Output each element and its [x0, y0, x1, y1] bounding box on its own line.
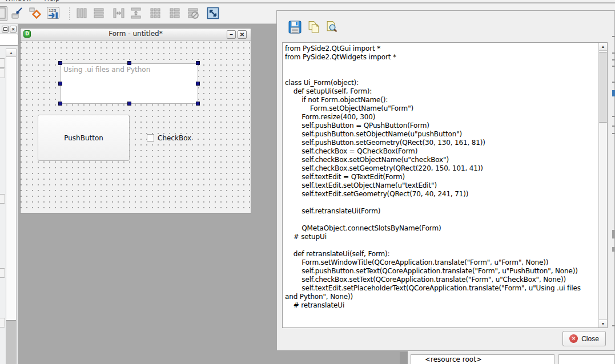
selection-handle-top-left[interactable] [58, 61, 62, 65]
edit-buddies-button[interactable] [28, 6, 43, 21]
layout-vertical-splitter-button [128, 6, 143, 21]
bottom-dock-corner [400, 352, 408, 364]
form-window-titlebar[interactable]: D Form - untitled* – ✕ [21, 29, 251, 41]
scroll-up-icon: ▲ [601, 45, 605, 48]
widget-box-item[interactable] [0, 194, 5, 204]
textedit-placeholder: Using .ui files and Python [63, 66, 150, 74]
layout-vertically-button [91, 6, 106, 21]
scrollbar-thumb[interactable] [599, 52, 607, 123]
resource-list[interactable] [558, 354, 615, 364]
layout-grid-icon [149, 7, 162, 21]
checkbox-label: CheckBox [158, 134, 191, 142]
scroll-down-icon: ▼ [601, 322, 605, 326]
edit-widgets-button[interactable] [0, 6, 7, 21]
widget-box-scrollbar[interactable]: ▲ [6, 48, 17, 364]
form-editor-window: D Form - untitled* – ✕ Using .ui files a… [20, 28, 251, 213]
widget-box-item[interactable] [0, 58, 5, 68]
code-scrollbar[interactable]: ▲ ▼ [598, 43, 607, 327]
layout-form-icon [168, 7, 181, 21]
edit-tab-order-button[interactable]: 123 [46, 6, 61, 21]
layout-grid-button [148, 6, 163, 21]
selection-handle-top-center[interactable] [127, 61, 131, 65]
selection-handle-top-right[interactable] [196, 61, 200, 65]
layout-form-button [167, 6, 182, 21]
qt-designer-window: Window Help 123 [0, 0, 615, 364]
copy-icon [307, 21, 320, 35]
layout-horizontal-icon [75, 7, 88, 21]
menu-help[interactable]: Help [44, 0, 59, 2]
clipped-right-panel [612, 10, 615, 350]
dock-float-button[interactable] [2, 26, 9, 33]
layout-horizontally-button [74, 6, 89, 21]
widget-box-search-input[interactable] [0, 34, 19, 46]
save-icon [288, 21, 302, 35]
selection-handle-bottom-center[interactable] [127, 102, 131, 106]
close-red-x-icon: ✕ [569, 334, 578, 343]
window-minimize-button[interactable]: – [227, 30, 236, 39]
svg-text:123: 123 [49, 8, 57, 13]
selection-handle-bottom-right[interactable] [196, 102, 200, 106]
adjust-size-button[interactable] [206, 6, 220, 21]
resource-browser-dock: <resource root> [408, 351, 615, 364]
form-canvas[interactable]: Using .ui files and Python PushButton Ch… [21, 41, 251, 213]
scroll-down-button[interactable]: ▼ [599, 319, 607, 327]
dock-close-icon: ✕ [11, 27, 15, 32]
signals-slots-icon [11, 7, 23, 21]
minimize-icon: – [230, 31, 233, 38]
close-button-label: Close [581, 335, 599, 343]
tab-order-icon: 123 [46, 6, 60, 22]
find-in-code-button[interactable] [323, 20, 339, 36]
widget-box-dock: ✕ ▲ [0, 24, 18, 364]
window-close-button[interactable]: ✕ [238, 30, 247, 39]
widget-box-item[interactable] [0, 318, 5, 327]
menu-bar: Window Help [0, 0, 615, 3]
widget-box-item[interactable] [0, 268, 5, 278]
form-window-title: Form - untitled* [21, 30, 251, 38]
selection-handle-middle-right[interactable] [196, 82, 200, 86]
pushbutton-widget[interactable]: PushButton [38, 115, 130, 161]
selection-handle-bottom-left[interactable] [58, 102, 62, 106]
code-text-area[interactable]: from PySide2.QtGui import * from PySide2… [282, 42, 608, 328]
scroll-up-button[interactable]: ▲ [599, 43, 607, 51]
resource-tree[interactable]: <resource root> [411, 354, 554, 364]
edit-signals-slots-button[interactable] [10, 6, 25, 21]
break-layout-button [186, 6, 200, 21]
dock-close-button[interactable]: ✕ [10, 26, 17, 33]
scroll-up-button[interactable]: ▲ [6, 49, 16, 57]
break-layout-icon [187, 7, 199, 21]
textedit-widget[interactable]: Using .ui files and Python [61, 63, 198, 104]
save-code-button[interactable] [287, 20, 303, 36]
edit-widgets-icon [0, 7, 6, 21]
close-dialog-button[interactable]: ✕ Close [562, 331, 606, 346]
close-icon: ✕ [240, 31, 244, 38]
code-preview-dialog: from PySide2.QtGui import * from PySide2… [276, 10, 615, 351]
checkbox-widget[interactable]: CheckBox [146, 126, 204, 149]
find-icon [325, 21, 338, 35]
toolbar-separator [69, 7, 70, 20]
layout-v-splitter-icon [130, 7, 142, 21]
scroll-up-icon: ▲ [9, 51, 13, 55]
generated-python-code[interactable]: from PySide2.QtGui import * from PySide2… [283, 43, 598, 310]
layout-horizontal-splitter-button [111, 6, 126, 21]
resource-root-item[interactable]: <resource root> [425, 355, 482, 363]
buddy-tag-icon [29, 7, 42, 21]
selection-handle-middle-left[interactable] [58, 82, 62, 86]
layout-h-splitter-icon [112, 7, 125, 21]
layout-vertical-icon [93, 7, 105, 21]
float-icon [3, 27, 7, 31]
menu-window[interactable]: Window [5, 0, 31, 2]
copy-code-button[interactable] [306, 20, 321, 36]
adjust-size-icon [207, 7, 219, 21]
checkbox-box-icon [147, 134, 154, 141]
widget-box-item[interactable] [0, 68, 5, 78]
scrollbar-thumb[interactable] [6, 320, 16, 364]
